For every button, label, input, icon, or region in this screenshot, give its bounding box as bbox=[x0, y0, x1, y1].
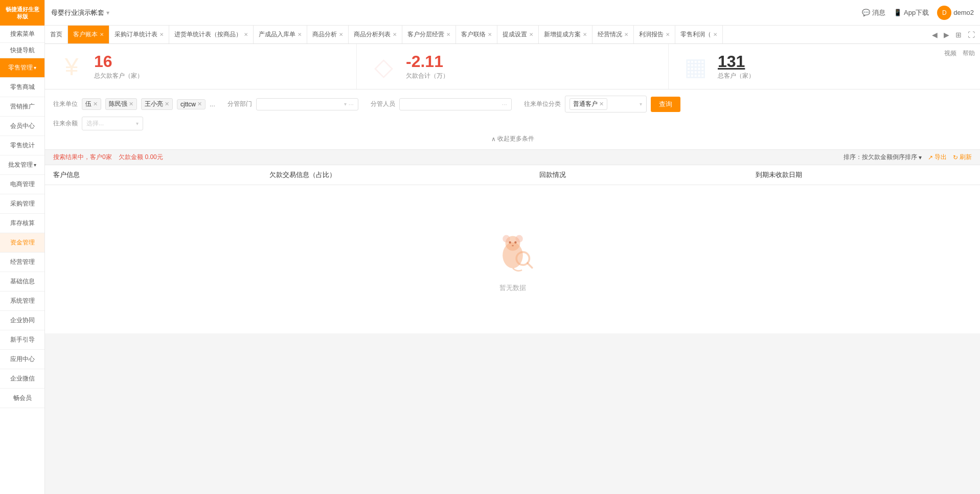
filter-unit-class-dropdown[interactable]: 普通客户 ✕ ▾ bbox=[565, 96, 647, 113]
tab-close-promotion-settings[interactable]: ✕ bbox=[529, 32, 533, 37]
filter-tag-unit-4[interactable]: cjttcw ✕ bbox=[177, 99, 206, 109]
svg-point-2 bbox=[503, 235, 510, 242]
tab-instock-stats[interactable]: 进货单统计表（按商品） ✕ bbox=[169, 26, 254, 44]
tab-profit-report[interactable]: 利润报告 ✕ bbox=[634, 26, 675, 44]
collapse-button[interactable]: ∧ 收起更多条件 bbox=[491, 134, 534, 143]
filter-tag-unit-2[interactable]: 陈民强 ✕ bbox=[105, 98, 137, 110]
sidebar-item-member-center[interactable]: 会员中心 bbox=[0, 117, 44, 136]
tab-next-btn[interactable]: ▶ bbox=[942, 30, 951, 40]
sidebar-item-wholesale-mgmt[interactable]: 批发管理 ▾ bbox=[0, 155, 44, 175]
account-selector[interactable]: 母婴行业演示帐套 ▾ bbox=[51, 8, 109, 17]
sidebar-item-retail-mgmt[interactable]: 零售管理 ▾ bbox=[0, 58, 44, 78]
tab-customer-contact[interactable]: 客户联络 ✕ bbox=[456, 26, 497, 44]
tab-fullscreen-btn[interactable]: ⛶ bbox=[966, 30, 977, 40]
tab-close-new-promotion-plan[interactable]: ✕ bbox=[583, 32, 587, 37]
sidebar-item-purchase-mgmt[interactable]: 采购管理 bbox=[0, 194, 44, 214]
filter-tag-unit-1[interactable]: 伍 ✕ bbox=[82, 98, 101, 110]
stat-label-total-customers: 总客户（家） bbox=[718, 72, 755, 80]
stat-value-debt-customers: 16 bbox=[94, 53, 143, 70]
filter-tag-close-4[interactable]: ✕ bbox=[197, 101, 202, 107]
sidebar-item-operation[interactable]: 经营管理 bbox=[0, 253, 44, 272]
tab-close-product-analysis[interactable]: ✕ bbox=[339, 32, 343, 37]
filter-balance-dropdown[interactable]: 选择... ▾ bbox=[82, 117, 143, 130]
tab-customers[interactable]: 客户账本 ✕ bbox=[68, 26, 109, 44]
svg-point-4 bbox=[509, 241, 511, 244]
topbar: 母婴行业演示帐套 ▾ 💬 消息 📱 App下载 D demo2 bbox=[45, 0, 980, 26]
tab-close-customer-contact[interactable]: ✕ bbox=[488, 32, 492, 37]
sidebar-item-basic-info[interactable]: 基础信息 bbox=[0, 272, 44, 291]
tab-close-product-instock[interactable]: ✕ bbox=[298, 32, 302, 37]
tab-close-purchase-order[interactable]: ✕ bbox=[159, 32, 164, 37]
more-icon: ··· bbox=[349, 101, 354, 108]
download-icon: 📱 bbox=[894, 9, 902, 16]
export-button[interactable]: ↗ 导出 bbox=[928, 153, 947, 162]
message-icon: 💬 bbox=[862, 9, 870, 16]
sidebar-item-app-center[interactable]: 应用中心 bbox=[0, 350, 44, 369]
sidebar-item-vip-member[interactable]: 畅会员 bbox=[0, 389, 44, 408]
tab-close-operation-status[interactable]: ✕ bbox=[624, 32, 628, 37]
filter-category-tag: 普通客户 ✕ bbox=[569, 98, 607, 110]
empty-icon bbox=[487, 226, 538, 277]
table-header: 客户信息 欠款交易信息（占比） 回款情况 到期未收款日期 bbox=[45, 165, 980, 185]
stat-info-total-customers: 131 总客户（家） bbox=[718, 53, 755, 80]
chevron-down-icon: ▾ bbox=[136, 121, 139, 126]
tab-purchase-order[interactable]: 采购订单统计表 ✕ bbox=[109, 26, 169, 44]
sidebar-item-enterprise-wechat[interactable]: 企业微信 bbox=[0, 369, 44, 389]
app-download-btn[interactable]: 📱 App下载 bbox=[894, 8, 929, 17]
filter-person-input[interactable]: ··· bbox=[399, 98, 512, 110]
stat-label-debt-total: 欠款合计（万） bbox=[406, 72, 449, 80]
tab-close-customer-tier[interactable]: ✕ bbox=[446, 32, 450, 37]
sort-selector[interactable]: 排序：按欠款金额倒序排序 ▾ bbox=[844, 153, 922, 162]
tab-product-analysis[interactable]: 商品分析 ✕ bbox=[307, 26, 349, 44]
tab-close-retail-profit[interactable]: ✕ bbox=[713, 32, 717, 37]
sidebar-item-quick-nav[interactable]: 快捷导航 bbox=[0, 43, 44, 58]
filter-tag-close-category[interactable]: ✕ bbox=[599, 101, 604, 107]
stat-value-total-customers: 131 bbox=[718, 53, 755, 70]
user-avatar[interactable]: D demo2 bbox=[937, 6, 974, 20]
tab-product-analysis-list[interactable]: 商品分析列表 ✕ bbox=[349, 26, 402, 44]
sidebar-item-newbie-guide[interactable]: 新手引导 bbox=[0, 330, 44, 350]
tab-close-product-analysis-list[interactable]: ✕ bbox=[393, 32, 397, 37]
tab-customer-tier[interactable]: 客户分层经营 ✕ bbox=[402, 26, 456, 44]
tab-promotion-settings[interactable]: 提成设置 ✕ bbox=[497, 26, 539, 44]
message-btn[interactable]: 💬 消息 bbox=[862, 8, 885, 17]
sidebar-item-system-mgmt[interactable]: 系统管理 bbox=[0, 291, 44, 311]
filter-tag-close-3[interactable]: ✕ bbox=[165, 101, 169, 107]
sidebar-item-ecommerce[interactable]: 电商管理 bbox=[0, 175, 44, 194]
sidebar-item-marketing[interactable]: 营销推广 bbox=[0, 97, 44, 117]
tab-home[interactable]: 首页 bbox=[45, 26, 68, 44]
tab-new-promotion-plan[interactable]: 新增提成方案 ✕ bbox=[539, 26, 592, 44]
tab-close-instock-stats[interactable]: ✕ bbox=[244, 32, 248, 37]
filter-tag-more[interactable]: ... bbox=[210, 100, 215, 108]
tab-expand-btn[interactable]: ⊞ bbox=[953, 30, 964, 40]
filter-tag-unit-3[interactable]: 王小亮 ✕ bbox=[141, 98, 173, 110]
query-button[interactable]: 查询 bbox=[651, 97, 680, 112]
tab-retail-profit[interactable]: 零售利润（ ✕ bbox=[675, 26, 723, 44]
sidebar-item-finance[interactable]: 资金管理 bbox=[0, 233, 44, 253]
chevron-down-icon: ▾ bbox=[106, 9, 109, 16]
sidebar-item-retail-stats[interactable]: 零售统计 bbox=[0, 136, 44, 155]
tab-prev-btn[interactable]: ◀ bbox=[930, 30, 940, 40]
filter-balance-label: 往来余额 bbox=[53, 119, 78, 128]
sidebar-item-retail-mall[interactable]: 零售商城 bbox=[0, 78, 44, 97]
stat-card-debt-customers: ¥ 16 总欠款客户（家） bbox=[45, 44, 357, 89]
filter-tag-close-1[interactable]: ✕ bbox=[93, 101, 98, 107]
tab-close-customers[interactable]: ✕ bbox=[100, 32, 104, 37]
refresh-button[interactable]: ↻ 刷新 bbox=[953, 153, 972, 162]
tab-product-instock[interactable]: 产成品入库单 ✕ bbox=[254, 26, 307, 44]
stat-video-link[interactable]: 视频 bbox=[944, 49, 956, 58]
svg-point-5 bbox=[514, 241, 517, 244]
filter-tag-close-2[interactable]: ✕ bbox=[129, 101, 133, 107]
stat-info-debt-customers: 16 总欠款客户（家） bbox=[94, 53, 143, 80]
sidebar-item-search[interactable]: 搜索菜单 bbox=[0, 26, 44, 43]
tab-close-profit-report[interactable]: ✕ bbox=[666, 32, 670, 37]
col-header-customer: 客户信息 bbox=[53, 170, 269, 179]
sidebar-item-company-collab[interactable]: 企业协同 bbox=[0, 311, 44, 330]
filter-dept-dropdown[interactable]: ▾ ··· bbox=[256, 98, 358, 110]
chevron-down-icon: ▾ bbox=[640, 101, 642, 107]
topbar-left: 母婴行业演示帐套 ▾ bbox=[51, 8, 109, 17]
stat-help-link[interactable]: 帮助 bbox=[963, 49, 975, 58]
tab-operation-status[interactable]: 经营情况 ✕ bbox=[592, 26, 634, 44]
sidebar-item-inventory[interactable]: 库存核算 bbox=[0, 214, 44, 233]
tabbar: 首页 客户账本 ✕ 采购订单统计表 ✕ 进货单统计表（按商品） ✕ 产成品入库单… bbox=[45, 26, 980, 44]
